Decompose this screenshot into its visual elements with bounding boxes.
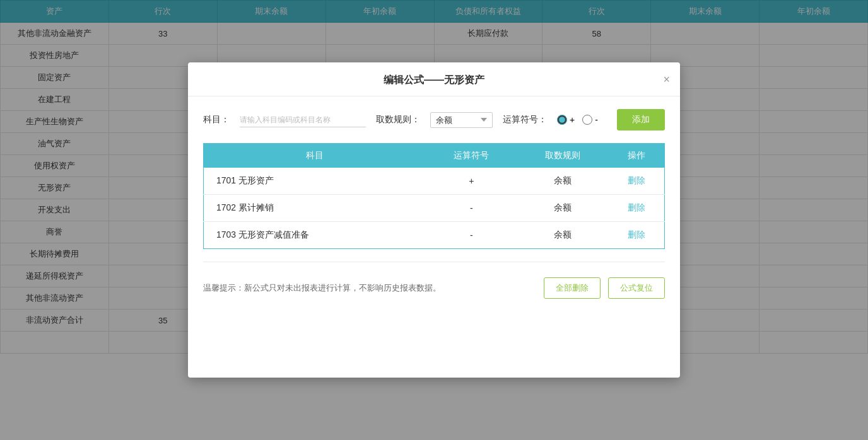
radio-minus-item[interactable]: - — [582, 115, 598, 125]
modal-body: 科目： 取数规则： 余额 借方 贷方 借方发生额 贷方发生额 运算符号： — [188, 96, 680, 262]
table-header-rule: 取数规则 — [517, 144, 609, 168]
delete-row-button[interactable]: 删除 — [628, 229, 645, 241]
table-row: 1703 无形资产减值准备-余额删除 — [204, 222, 665, 249]
table-row: 1702 累计摊销-余额删除 — [204, 195, 665, 222]
reset-formula-button[interactable]: 公式复位 — [608, 277, 665, 299]
rule-select[interactable]: 余额 借方 贷方 借方发生额 贷方发生额 — [430, 112, 493, 128]
formula-table: 科目 运算符号 取数规则 操作 1701 无形资产+余额删除1702 累计摊销-… — [203, 143, 665, 249]
delete-all-button[interactable]: 全部删除 — [544, 277, 601, 299]
footer-buttons: 全部删除 公式复位 — [544, 277, 665, 299]
delete-row-button[interactable]: 删除 — [628, 202, 645, 214]
add-button[interactable]: 添加 — [617, 109, 665, 130]
table-header-action: 操作 — [608, 144, 664, 168]
radio-plus-label: + — [570, 115, 575, 125]
table-header-operator: 运算符号 — [426, 144, 517, 168]
modal-overlay: 编辑公式——无形资产 × 科目： 取数规则： 余额 借方 贷方 借方发生额 贷方… — [0, 0, 868, 440]
modal-title: 编辑公式——无形资产 — [384, 74, 484, 85]
operator-radio-group: + - — [557, 115, 598, 125]
modal-close-button[interactable]: × — [663, 74, 670, 85]
hint-text: 温馨提示：新公式只对未出报表进行计算，不影响历史报表数据。 — [203, 282, 441, 294]
radio-minus[interactable] — [582, 115, 592, 125]
table-row: 1701 无形资产+余额删除 — [204, 168, 665, 195]
table-header-subject: 科目 — [204, 144, 426, 168]
modal-dialog: 编辑公式——无形资产 × 科目： 取数规则： 余额 借方 贷方 借方发生额 贷方… — [188, 62, 680, 378]
radio-plus[interactable] — [557, 115, 567, 125]
rule-label: 取数规则： — [376, 114, 420, 125]
formula-form-row: 科目： 取数规则： 余额 借方 贷方 借方发生额 贷方发生额 运算符号： — [203, 109, 665, 130]
radio-plus-item[interactable]: + — [557, 115, 575, 125]
radio-minus-label: - — [595, 115, 598, 125]
subject-label: 科目： — [203, 114, 230, 125]
operator-label: 运算符号： — [503, 114, 547, 125]
delete-row-button[interactable]: 删除 — [628, 175, 645, 187]
subject-input[interactable] — [240, 112, 366, 127]
rule-select-wrap: 余额 借方 贷方 借方发生额 贷方发生额 — [430, 112, 493, 128]
modal-footer: 温馨提示：新公式只对未出报表进行计算，不影响历史报表数据。 全部删除 公式复位 — [188, 267, 680, 309]
modal-header: 编辑公式——无形资产 × — [188, 62, 680, 96]
modal-separator — [203, 262, 665, 262]
